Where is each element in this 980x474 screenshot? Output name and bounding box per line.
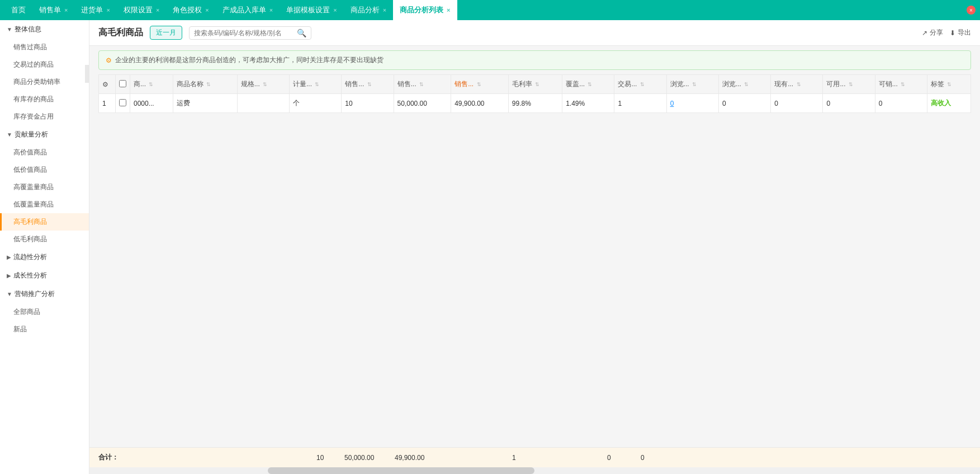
sidebar-section-overall[interactable]: ▼ 整体信息 — [0, 20, 89, 39]
footer-cells: 10 50,000.00 49,900.00 1 0 0 — [132, 454, 971, 462]
col-sales-amount[interactable]: 销售... ⇅ — [394, 75, 451, 94]
content-area: 高毛利商品 近一月 🔍 ↗ 分享 ⬇ 导出 ⚙ 企业的主要的利润都是这部分商品创… — [89, 20, 980, 474]
cell-browse1[interactable]: 0 — [666, 94, 718, 113]
sidebar: 《 ▼ 整体信息 销售过商品 交易过的商品 商品分类助销率 有库存的商品 库存资… — [0, 20, 89, 474]
cell-available-stock: 0 — [823, 94, 875, 113]
cell-code: 0000... — [130, 94, 173, 113]
search-input[interactable] — [194, 29, 295, 37]
footer-spacer5 — [252, 454, 285, 462]
close-icon[interactable]: × — [333, 7, 337, 13]
sidebar-item-all-goods[interactable]: 全部商品 — [0, 303, 89, 321]
scrollbar-thumb[interactable] — [268, 467, 535, 474]
filter-period-button[interactable]: 近一月 — [150, 26, 182, 40]
col-unit[interactable]: 计量... ⇅ — [290, 75, 342, 94]
nav-template[interactable]: 单据模板设置 × — [280, 0, 343, 20]
close-icon[interactable]: × — [447, 7, 450, 13]
close-icon[interactable]: × — [205, 7, 209, 13]
arrow-right-icon: ▶ — [7, 273, 11, 279]
nav-sales[interactable]: 销售单 × — [32, 0, 74, 20]
footer-label: 合计： — [98, 453, 132, 462]
col-tag[interactable]: 标签 ⇅ — [927, 75, 971, 94]
col-gross-margin[interactable]: 毛利率 ⇅ — [508, 75, 562, 94]
sidebar-item-high-value[interactable]: 高价值商品 — [0, 144, 89, 161]
col-browse1[interactable]: 浏览... ⇅ — [666, 75, 718, 94]
sidebar-item-stock-capital[interactable]: 库存资金占用 — [0, 108, 89, 125]
col-code[interactable]: 商... ⇅ — [130, 75, 173, 94]
sidebar-item-in-stock[interactable]: 有库存的商品 — [0, 91, 89, 108]
nav-role-auth[interactable]: 角色授权 × — [166, 0, 215, 20]
sidebar-section-marketing[interactable]: ▼ 营销推广分析 — [0, 285, 89, 303]
arrow-down-icon: ▼ — [7, 26, 12, 32]
close-icon[interactable]: × — [106, 7, 110, 13]
cell-tag: 高收入 — [927, 94, 971, 113]
nav-permissions[interactable]: 权限设置 × — [117, 0, 166, 20]
share-icon: ↗ — [922, 29, 927, 37]
sidebar-item-low-margin[interactable]: 低毛利商品 — [0, 231, 89, 248]
arrow-right-icon: ▶ — [7, 254, 11, 260]
nav-product-analysis[interactable]: 商品分析 × — [344, 0, 393, 20]
col-coverage[interactable]: 覆盖... ⇅ — [562, 75, 614, 94]
sidebar-item-sales-goods[interactable]: 销售过商品 — [0, 39, 89, 56]
info-text: 企业的主要的利润都是这部分商品创造的，可考虑加大推广，同时关注库存是不要出现缺货 — [115, 55, 384, 65]
data-table: ⚙ 商... ⇅ 商品名称 ⇅ 规格... ⇅ 计量... ⇅ 销售... ⇅ … — [98, 74, 971, 113]
search-icon[interactable]: 🔍 — [297, 29, 306, 37]
page-title: 高毛利商品 — [98, 27, 143, 39]
footer-spacer9 — [537, 454, 570, 462]
horizontal-scrollbar[interactable] — [89, 467, 980, 474]
col-current-stock[interactable]: 现有... ⇅ — [771, 75, 823, 94]
close-icon[interactable]: × — [156, 7, 159, 13]
cell-current-stock: 0 — [771, 94, 823, 113]
select-all-checkbox[interactable] — [119, 80, 126, 87]
cell-name: 运费 — [173, 94, 237, 113]
nav-product-in[interactable]: 产成品入库单 × — [216, 0, 280, 20]
sidebar-section-growth[interactable]: ▶ 成长性分析 — [0, 266, 89, 285]
info-bar: ⚙ 企业的主要的利润都是这部分商品创造的，可考虑加大推广，同时关注库存是不要出现… — [98, 50, 971, 70]
sidebar-item-low-coverage[interactable]: 低覆盖量商品 — [0, 196, 89, 213]
col-trade[interactable]: 交易... ⇅ — [614, 75, 666, 94]
top-navigation: 首页 销售单 × 进货单 × 权限设置 × 角色授权 × 产成品入库单 × 单据… — [0, 0, 980, 20]
close-icon[interactable]: × — [64, 7, 68, 13]
sidebar-item-high-coverage[interactable]: 高覆盖量商品 — [0, 179, 89, 196]
cell-checkbox[interactable] — [116, 94, 130, 113]
window-close-button[interactable]: × — [967, 6, 976, 15]
footer-available-stock: 0 — [637, 454, 671, 462]
sidebar-item-category-rate[interactable]: 商品分类助销率 — [0, 73, 89, 91]
export-button[interactable]: ⬇ 导出 — [950, 28, 971, 37]
col-settings[interactable]: ⚙ — [99, 75, 116, 94]
col-sales-count[interactable]: 销售... ⇅ — [342, 75, 394, 94]
footer-current-stock: 0 — [604, 454, 637, 462]
sidebar-collapse-button[interactable]: 《 — [85, 65, 89, 83]
sidebar-item-traded-goods[interactable]: 交易过的商品 — [0, 56, 89, 73]
nav-home[interactable]: 首页 — [4, 0, 32, 20]
cell-sales-count: 10 — [342, 94, 394, 113]
share-button[interactable]: ↗ 分享 — [922, 28, 943, 37]
col-available-stock[interactable]: 可用... ⇅ — [823, 75, 875, 94]
table-header-row: ⚙ 商... ⇅ 商品名称 ⇅ 规格... ⇅ 计量... ⇅ 销售... ⇅ … — [99, 75, 971, 94]
sidebar-section-trend[interactable]: ▶ 流趋性分析 — [0, 248, 89, 266]
col-sales-cost[interactable]: 销售... ⇅ — [451, 75, 509, 94]
col-name[interactable]: 商品名称 ⇅ — [173, 75, 237, 94]
close-icon[interactable]: × — [383, 7, 386, 13]
nav-purchase[interactable]: 进货单 × — [74, 0, 116, 20]
row-checkbox[interactable] — [119, 99, 126, 106]
sidebar-section-contribution[interactable]: ▼ 贡献量分析 — [0, 125, 89, 144]
nav-product-analysis-list[interactable]: 商品分析列表 × — [393, 0, 457, 20]
cell-trade: 1 — [614, 94, 666, 113]
col-checkbox — [116, 75, 130, 94]
close-icon[interactable]: × — [269, 7, 273, 13]
footer-spacer3 — [162, 454, 196, 462]
search-box: 🔍 — [189, 26, 311, 40]
footer-sales-count: 10 — [313, 454, 341, 462]
col-spec[interactable]: 规格... ⇅ — [237, 75, 289, 94]
cell-index: 1 — [99, 94, 116, 113]
cell-saleable-stock: 0 — [875, 94, 927, 113]
sidebar-item-new-goods[interactable]: 新品 — [0, 321, 89, 338]
footer-spacer10 — [570, 454, 604, 462]
col-saleable-stock[interactable]: 可销... ⇅ — [875, 75, 927, 94]
sidebar-item-low-value[interactable]: 低价值商品 — [0, 161, 89, 179]
footer-spacer2 — [149, 454, 162, 462]
export-icon: ⬇ — [950, 29, 955, 37]
col-browse2[interactable]: 浏览... ⇅ — [718, 75, 770, 94]
sidebar-item-high-margin[interactable]: 高毛利商品 — [0, 213, 89, 231]
footer-trade: 1 — [509, 454, 537, 462]
